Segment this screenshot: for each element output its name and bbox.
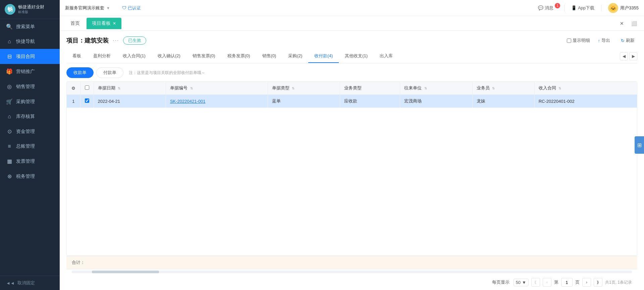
col-partner[interactable]: 往来单位 ⇅ [400, 82, 472, 95]
home-icon: ⌂ [6, 39, 13, 45]
purchase-icon: 🛒 [6, 98, 13, 105]
inner-tab-receipt[interactable]: 收款单 [66, 67, 94, 78]
subtab-prev-button[interactable]: ◀ [620, 52, 628, 60]
row-partner: 宏茂商场 [400, 95, 472, 108]
window-maximize-button[interactable]: ⬜ [629, 19, 639, 28]
page-prev-button[interactable]: ‹ [543, 278, 551, 287]
table-footer: 合计： [66, 256, 637, 269]
sidebar-item-label-tax: 税务管理 [16, 173, 35, 179]
sidebar-item-invoice[interactable]: ▦ 发票管理 [0, 154, 60, 169]
subtab-other-expense[interactable]: 其他收支(1) [339, 50, 374, 63]
pin-icon: ◄◄ [6, 281, 15, 286]
subtab-kanban[interactable]: 看板 [66, 50, 87, 63]
sidebar-item-fund[interactable]: ⊙ 资金管理 [0, 124, 60, 139]
col-date[interactable]: 单据日期 ⇅ [94, 82, 166, 95]
scrollbar-track[interactable] [72, 271, 632, 273]
sidebar: 畅 畅捷通好业财 标准版 🔍 搜索菜单 ⌂ 快捷导航 ⊟ 项目合同 🎁 营销推广… [0, 0, 60, 290]
page-first-button[interactable]: ⟪ [531, 278, 540, 287]
right-panel-icon: ⊞ [637, 142, 642, 148]
sidebar-item-ledger[interactable]: ≡ 总账管理 [0, 139, 60, 154]
subtab-sales[interactable]: 销售(0) [256, 50, 282, 63]
show-detail-input[interactable] [567, 39, 571, 43]
subtab-profit-label: 盈利分析 [93, 53, 111, 58]
sidebar-unpin[interactable]: ◄◄ 取消固定 [0, 276, 60, 290]
sidebar-item-tax[interactable]: ⊛ 税务管理 [0, 169, 60, 184]
sidebar-footer-label: 取消固定 [17, 280, 35, 286]
export-button[interactable]: ↑ 导出 [595, 36, 613, 45]
subtab-sales-invoice[interactable]: 销售发票(0) [186, 50, 221, 63]
col-number[interactable]: 单据编号 ⇅ [166, 82, 268, 95]
data-table: ⚙ 单据日期 ⇅ 单据编号 ⇅ 单据类型 [67, 82, 637, 108]
sidebar-item-label-inventory: 库存核算 [16, 114, 35, 120]
page-next-button[interactable]: › [582, 278, 591, 287]
app-download-button[interactable]: 📱 App下载 [571, 5, 594, 11]
inner-tabs: 收款单 付款单 注：这里是与项目关联的全部收付款单哦～ [66, 63, 637, 81]
tab-project-board[interactable]: 项目看板 ✕ [87, 18, 121, 29]
col-number-label: 单据编号 [170, 85, 187, 90]
sidebar-item-purchase[interactable]: 🛒 采购管理 [0, 94, 60, 109]
tabbar: 首页 项目看板 ✕ ✕ ⬜ [60, 16, 644, 31]
sort-partner-icon: ⇅ [424, 86, 427, 90]
row-checkbox[interactable] [80, 95, 94, 108]
tab-close-icon[interactable]: ✕ [113, 21, 116, 26]
sidebar-item-marketing[interactable]: 🎁 营销推广 [0, 64, 60, 79]
show-detail-checkbox[interactable]: 显示明细 [567, 38, 590, 44]
page-summary: 共1页, 1条记录 [605, 280, 632, 285]
subtab-in-out[interactable]: 出入库 [374, 50, 399, 63]
tab-home[interactable]: 首页 [65, 18, 85, 29]
user-avatar: 🐱 [608, 3, 618, 13]
col-salesperson[interactable]: 业务员 ⇅ [472, 82, 534, 95]
subtabs: 看板 盈利分析 收入合同(1) 收入确认(2) 销售发票(0) 税务发票(0) … [66, 50, 637, 63]
inner-tab-payment[interactable]: 付款单 [96, 67, 123, 78]
subtab-tax-invoice[interactable]: 税务发票(0) [221, 50, 256, 63]
subtab-sales-label: 销售(0) [262, 53, 276, 58]
window-close-button[interactable]: ✕ [617, 19, 627, 28]
col-settings[interactable]: ⚙ [67, 82, 80, 95]
subtab-receipt-payment[interactable]: 收付款(4) [308, 50, 339, 63]
col-partner-label: 往来单位 [404, 85, 422, 90]
shield-icon: 🛡 [122, 5, 126, 10]
project-more-button[interactable]: ··· [113, 38, 119, 44]
data-table-wrapper: ⚙ 单据日期 ⇅ 单据编号 ⇅ 单据类型 [66, 81, 637, 256]
col-income-contract[interactable]: 收入合同 ⇅ [534, 82, 637, 95]
page-last-button[interactable]: ⟫ [594, 278, 602, 287]
scrollbar-thumb[interactable] [92, 271, 159, 273]
sidebar-item-search[interactable]: 🔍 搜索菜单 [0, 19, 60, 34]
topbar-project-selector[interactable]: 新服务官网演示账套 ▼ [65, 5, 110, 11]
per-page-select[interactable]: 50 ▼ [514, 279, 529, 286]
sidebar-item-project-contract[interactable]: ⊟ 项目合同 [0, 49, 60, 64]
fund-icon: ⊙ [6, 128, 13, 135]
pagination: 每页显示 50 ▼ ⟪ ‹ 第 页 › ⟫ 共1页, 1条记录 [66, 275, 637, 290]
refresh-label: 刷新 [626, 38, 635, 44]
sidebar-item-inventory[interactable]: ⌂ 库存核算 [0, 109, 60, 124]
row-number[interactable]: SK-20220421-001 [166, 95, 268, 108]
subtab-income-contract[interactable]: 收入合同(1) [117, 50, 152, 63]
subtab-profit[interactable]: 盈利分析 [87, 50, 117, 63]
message-button[interactable]: 💬 消息 1 [538, 5, 557, 11]
row-number-link[interactable]: SK-20220421-001 [170, 99, 206, 104]
refresh-button[interactable]: ↻ 刷新 [618, 36, 637, 45]
main-area: 新服务官网演示账套 ▼ 🛡 已认证 💬 消息 1 📱 App下载 🐱 用户335… [60, 0, 644, 290]
table-row[interactable]: 1 2022-04-21 SK-20220421-001 蓝单 应收款 宏茂商场… [67, 95, 637, 108]
row-select-checkbox[interactable] [85, 98, 89, 103]
sort-salesperson-icon: ⇅ [492, 86, 495, 90]
subtab-next-button[interactable]: ▶ [629, 52, 637, 60]
sidebar-item-quick-nav[interactable]: ⌂ 快捷导航 [0, 34, 60, 49]
sales-icon: ◎ [6, 83, 13, 90]
select-all-checkbox[interactable] [85, 85, 89, 90]
col-salesperson-label: 业务员 [477, 85, 490, 90]
page-number-input[interactable] [561, 278, 573, 287]
message-icon: 💬 [538, 5, 543, 10]
topbar: 新服务官网演示账套 ▼ 🛡 已认证 💬 消息 1 📱 App下载 🐱 用户335… [60, 0, 644, 16]
sidebar-item-label-sales: 销售管理 [16, 84, 35, 90]
col-type[interactable]: 单据类型 ⇅ [268, 82, 340, 95]
table-note: 注：这里是与项目关联的全部收付款单哦～ [129, 70, 205, 76]
right-panel-toggle[interactable]: ⊞ [635, 136, 644, 154]
user-menu[interactable]: 🐱 用户3355 [608, 3, 639, 13]
subtab-income-confirm[interactable]: 收入确认(2) [152, 50, 186, 63]
inner-tab-receipt-label: 收款单 [73, 70, 87, 75]
subtab-purchase[interactable]: 采购(2) [282, 50, 308, 63]
sidebar-item-sales[interactable]: ◎ 销售管理 [0, 79, 60, 94]
marketing-icon: 🎁 [6, 68, 13, 75]
tax-icon: ⊛ [6, 173, 13, 179]
